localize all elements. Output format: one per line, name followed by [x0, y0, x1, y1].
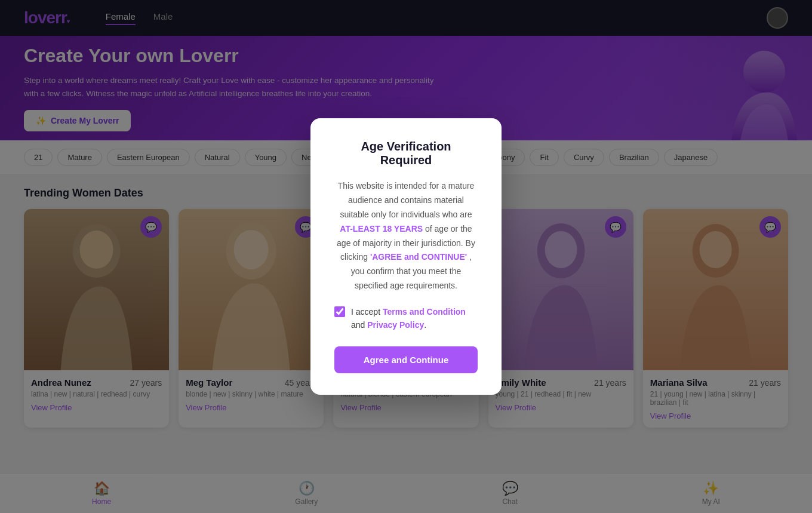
modal-agree-highlight: 'AGREE and CONTINUE' [370, 252, 467, 262]
privacy-link[interactable]: Privacy Policy [367, 320, 424, 330]
modal-body-text1: This website is intended for a mature au… [338, 181, 475, 219]
checkbox-label: I accept Terms and Condition and Privacy… [351, 305, 478, 332]
and-label: and [351, 320, 365, 330]
modal-age-highlight: AT-LEAST 18 YEARS [340, 224, 423, 234]
checkbox-prefix: I accept [351, 307, 383, 317]
agree-continue-button[interactable]: Agree and Continue [334, 346, 478, 373]
accept-checkbox[interactable] [334, 306, 345, 317]
modal-overlay: Age Verification Required This website i… [0, 0, 812, 513]
modal-body: This website is intended for a mature au… [334, 179, 478, 293]
age-verification-modal: Age Verification Required This website i… [310, 118, 502, 394]
modal-period: . [424, 320, 426, 330]
modal-title: Age Verification Required [334, 140, 478, 167]
terms-link[interactable]: Terms and Condition [383, 307, 466, 317]
checkbox-row: I accept Terms and Condition and Privacy… [334, 305, 478, 332]
